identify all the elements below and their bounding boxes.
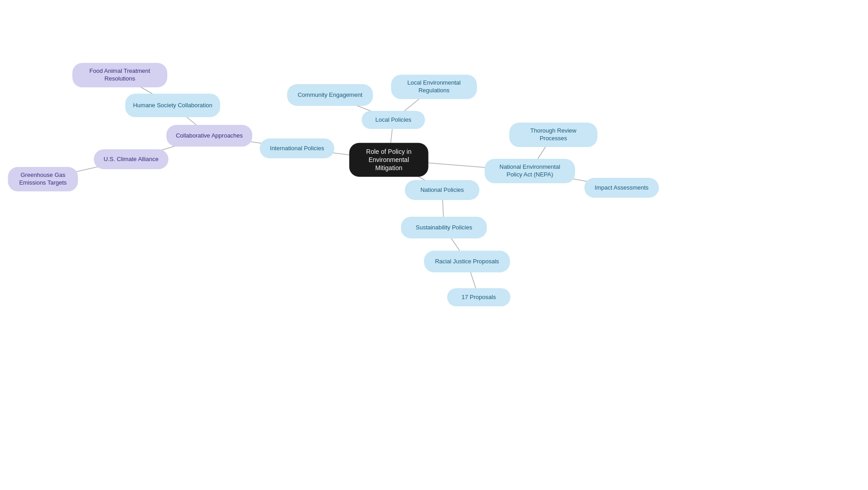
center-label: Role of Policy in Environmental Mitigati…	[357, 147, 421, 172]
local-env-regs-label: Local Environmental Regulations	[398, 79, 470, 95]
ghg-targets-label: Greenhouse Gas Emissions Targets	[15, 171, 71, 187]
national-policies-node[interactable]: National Policies	[405, 180, 480, 200]
sustainability-policies-node[interactable]: Sustainability Policies	[401, 217, 487, 238]
ghg-targets-node[interactable]: Greenhouse Gas Emissions Targets	[8, 167, 78, 191]
collaborative-approaches-label: Collaborative Approaches	[176, 132, 243, 140]
nepa-label: National Environmental Policy Act (NEPA)	[492, 163, 568, 179]
food-animal-label: Food Animal Treatment Resolutions	[80, 67, 160, 83]
local-env-regs-node[interactable]: Local Environmental Regulations	[391, 75, 477, 99]
thorough-review-label: Thorough Review Processes	[517, 127, 590, 143]
us-climate-alliance-node[interactable]: U.S. Climate Alliance	[94, 149, 169, 169]
racial-justice-node[interactable]: Racial Justice Proposals	[424, 251, 510, 272]
local-policies-label: Local Policies	[375, 116, 411, 124]
community-engagement-node[interactable]: Community Engagement	[287, 84, 373, 106]
sustainability-policies-label: Sustainability Policies	[415, 224, 472, 232]
proposals-17-node[interactable]: 17 Proposals	[447, 288, 510, 306]
impact-assessments-node[interactable]: Impact Assessments	[585, 178, 659, 198]
humane-society-label: Humane Society Collaboration	[133, 102, 212, 109]
thorough-review-node[interactable]: Thorough Review Processes	[509, 123, 598, 147]
local-policies-node[interactable]: Local Policies	[362, 111, 425, 129]
nepa-node[interactable]: National Environmental Policy Act (NEPA)	[485, 159, 575, 183]
national-policies-label: National Policies	[420, 186, 464, 194]
proposals-17-label: 17 Proposals	[462, 294, 496, 301]
community-engagement-label: Community Engagement	[297, 91, 362, 99]
racial-justice-label: Racial Justice Proposals	[435, 258, 499, 266]
center-node[interactable]: Role of Policy in Environmental Mitigati…	[349, 143, 429, 177]
us-climate-alliance-label: U.S. Climate Alliance	[104, 156, 158, 163]
food-animal-node[interactable]: Food Animal Treatment Resolutions	[72, 63, 167, 87]
international-policies-node[interactable]: International Policies	[260, 138, 335, 158]
collaborative-approaches-node[interactable]: Collaborative Approaches	[166, 125, 252, 147]
impact-assessments-label: Impact Assessments	[594, 184, 648, 192]
humane-society-node[interactable]: Humane Society Collaboration	[125, 94, 220, 117]
international-policies-label: International Policies	[270, 145, 324, 152]
